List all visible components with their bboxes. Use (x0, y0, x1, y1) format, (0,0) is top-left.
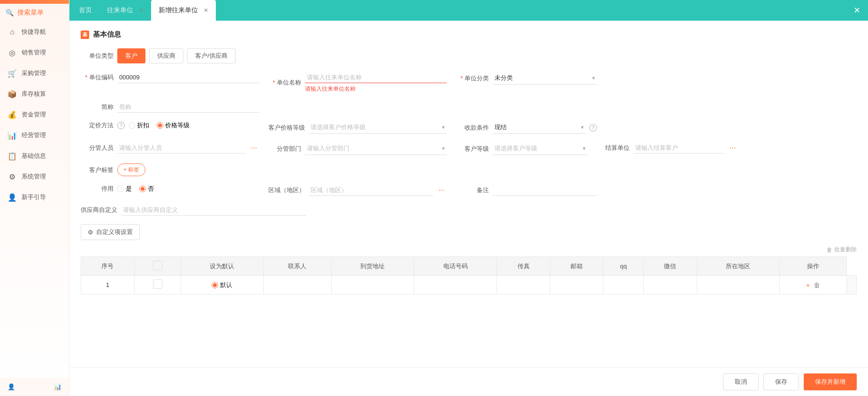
pricing-help-icon[interactable]: ? (117, 122, 125, 129)
save-button[interactable]: 保存 (763, 373, 799, 390)
unit-category-value: 未分类 (495, 74, 590, 82)
supplier-custom-label: 供应商自定义 (81, 206, 117, 214)
payment-terms-select[interactable]: 现结 ▾ (493, 121, 586, 134)
chevron-down-icon: ▾ (592, 75, 595, 81)
pricing-radio-discount[interactable]: 折扣 (129, 121, 149, 130)
th-1 (134, 257, 181, 276)
sidebar-label-newbie: 新手引导 (22, 193, 46, 202)
sidebar-label-quick-nav: 快捷导航 (22, 28, 46, 36)
sidebar-item-sales[interactable]: ◎销售管理 (0, 42, 69, 63)
add-tag-button[interactable]: + 标签 (117, 163, 145, 176)
type-btn-both[interactable]: 客户/供应商 (187, 48, 236, 63)
tab-close-new-partner[interactable]: ✕ (204, 7, 208, 14)
manager-input[interactable] (117, 142, 245, 154)
radio-inner-level (158, 124, 162, 127)
cancel-button[interactable]: 取消 (723, 373, 759, 390)
sidebar-item-quick-nav[interactable]: ⌂快捷导航 (0, 22, 69, 42)
type-buttons: 客户供应商客户/供应商 (117, 48, 236, 63)
sidebar: 🔍 搜索菜单 ⌂快捷导航◎销售管理🛒采购管理📦库存核算💰资金管理📊经营管理📋基础… (0, 0, 69, 396)
region-more-btn[interactable]: ··· (437, 186, 447, 194)
sidebar-item-newbie[interactable]: 👤新手引导 (0, 187, 69, 208)
th-6: 传真 (497, 257, 550, 276)
cell-default[interactable]: 默认 (181, 276, 263, 295)
customer-price-level-placeholder: 请选择客户价格等级 (311, 123, 440, 132)
cell-checkbox[interactable] (134, 276, 181, 295)
purchase-icon: 🛒 (8, 69, 17, 78)
sidebar-item-basic[interactable]: 📋基础信息 (0, 146, 69, 166)
cell-index: 1 (81, 276, 135, 295)
unit-code-input[interactable] (117, 72, 259, 83)
default-radio[interactable]: 默认 (186, 281, 259, 289)
contacts-table: 序号设为默认联系人到货地址电话号码传真邮箱qq微信所在地区操作 1默认+🗑 (81, 256, 857, 295)
operation-icon: 📊 (8, 131, 17, 140)
sidebar-item-system[interactable]: ⚙系统管理 (0, 166, 69, 187)
sidebar-item-finance[interactable]: 💰资金管理 (0, 104, 69, 125)
disabled-no-radio[interactable]: 否 (139, 185, 154, 193)
add-row-button[interactable]: + (804, 281, 812, 289)
th-3: 联系人 (263, 257, 331, 276)
type-btn-customer[interactable]: 客户 (117, 48, 145, 63)
unit-category-group: 单位分类 未分类 ▾ (456, 72, 597, 85)
disabled-radio-group: 是 否 (117, 185, 154, 193)
disabled-yes-radio[interactable]: 是 (117, 185, 132, 193)
type-btn-supplier[interactable]: 供应商 (149, 48, 183, 63)
customer-level-placeholder: 请选择客户等级 (495, 144, 581, 153)
manager-more-btn[interactable]: ··· (249, 144, 259, 152)
tab-close-partners[interactable]: ✕ (139, 7, 144, 14)
main-area: 首页往来单位✕新增往来单位✕ ✕ 基 基本信息 单位类型 客户供应商客户/供应商… (69, 0, 868, 396)
department-select[interactable]: 请输入分管部门 ▾ (305, 142, 447, 155)
region-input[interactable] (309, 185, 433, 196)
sidebar-item-inventory[interactable]: 📦库存核算 (0, 84, 69, 104)
sidebar-item-purchase[interactable]: 🛒采购管理 (0, 63, 69, 84)
default-label: 默认 (220, 281, 232, 289)
tab-label-new-partner: 新增往来单位 (159, 6, 198, 15)
basic-icon: 📋 (8, 151, 17, 161)
footer: 取消 保存 保存并新增 (69, 367, 868, 396)
sidebar-search[interactable]: 🔍 搜索菜单 (0, 4, 69, 22)
sidebar-label-basic: 基础信息 (22, 152, 46, 160)
settlement-more-btn[interactable]: ··· (728, 144, 738, 152)
pricing-level-label: 价格等级 (165, 121, 190, 130)
window-close-button[interactable]: ✕ (848, 5, 866, 16)
disabled-no-label: 否 (148, 185, 154, 193)
settlement-input[interactable] (633, 142, 724, 154)
tab-bar: 首页往来单位✕新增往来单位✕ ✕ (69, 0, 868, 21)
unit-name-label: 单位名称 (268, 78, 301, 87)
pricing-radio-level[interactable]: 价格等级 (157, 121, 190, 130)
sidebar-label-sales: 销售管理 (22, 48, 46, 57)
cell-qq (603, 276, 644, 295)
unit-type-group: 单位类型 客户供应商客户/供应商 (81, 48, 857, 63)
short-name-input[interactable] (117, 101, 259, 113)
settings-icon: 📊 (54, 383, 61, 390)
disabled-region-row: 停用 是 否 区域（地区） ··· (81, 185, 857, 196)
tab-home[interactable]: 首页 (71, 0, 99, 21)
inventory-icon: 📦 (8, 89, 17, 99)
custom-settings-button[interactable]: ⚙ 自定义项设置 (81, 224, 140, 240)
unit-name-input[interactable] (305, 72, 447, 83)
sidebar-label-operation: 经营管理 (22, 131, 46, 140)
pricing-group: 定价方法 ? 折扣 价格等级 (81, 121, 259, 130)
tab-new-partner[interactable]: 新增往来单位✕ (151, 0, 216, 21)
tab-partners[interactable]: 往来单位✕ (99, 0, 151, 21)
radio-outer-no (139, 186, 146, 192)
save-and-new-button[interactable]: 保存并新增 (804, 373, 857, 390)
payment-terms-help-icon[interactable]: ? (589, 124, 597, 132)
table-header-row: 序号设为默认联系人到货地址电话号码传真邮箱qq微信所在地区操作 (81, 257, 857, 276)
unit-type-row: 单位类型 客户供应商客户/供应商 (81, 48, 857, 63)
supplier-custom-input[interactable] (121, 204, 306, 216)
cell-所在地区 (697, 276, 779, 295)
delete-row-button[interactable]: 🗑 (812, 281, 822, 289)
select-all-checkbox[interactable] (153, 261, 162, 270)
customer-level-select[interactable]: 请选择客户等级 ▾ (493, 142, 587, 155)
cell-电话号码 (414, 276, 497, 295)
row-checkbox[interactable] (153, 280, 162, 289)
user-icon: 👤 (8, 383, 15, 390)
customer-price-level-select[interactable]: 请选择客户价格等级 ▾ (309, 121, 447, 134)
system-icon: ⚙ (8, 172, 17, 181)
notes-input[interactable] (493, 185, 597, 196)
batch-delete-button[interactable]: 🗑 批量删除 (827, 246, 857, 254)
radio-default-inner (213, 283, 217, 287)
settings-gear-icon: ⚙ (88, 229, 93, 236)
unit-category-select[interactable]: 未分类 ▾ (493, 72, 597, 85)
sidebar-item-operation[interactable]: 📊经营管理 (0, 125, 69, 146)
